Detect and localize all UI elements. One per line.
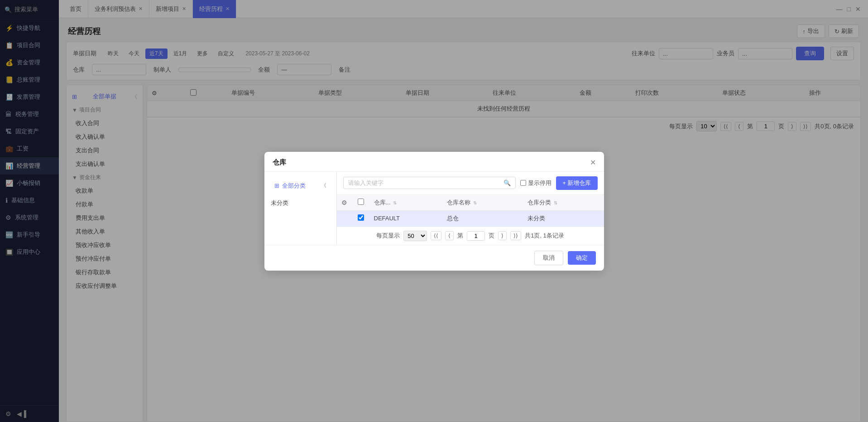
add-warehouse-button[interactable]: + 新增仓库	[556, 176, 597, 190]
uncategorized-label: 未分类	[271, 199, 288, 207]
row-cell-settings	[337, 210, 353, 226]
search-input[interactable]	[348, 179, 501, 186]
all-category-label: 全部分类	[282, 182, 306, 190]
all-category-icon: ⊞	[274, 182, 279, 189]
dialog-sidebar-all-category[interactable]: ⊞ 全部分类	[268, 178, 312, 194]
dialog-pagination: 每页显示 50 20 100 ⟨⟨ ⟨ 第 页 ⟩ ⟩⟩ 共1页, 1条记录	[337, 227, 604, 245]
dialog-body: ⊞ 全部分类 《 未分类 🔍	[264, 172, 604, 245]
dialog-page-suffix: 页	[489, 232, 494, 240]
dialog-col-code: 仓库... ⇅	[369, 195, 442, 211]
confirm-button[interactable]: 确定	[568, 251, 596, 265]
dialog-actions: 取消 确定	[264, 245, 604, 271]
dialog-gear-btn[interactable]: ⚙	[341, 199, 347, 206]
cancel-button[interactable]: 取消	[534, 251, 563, 265]
row-cell-checkbox[interactable]	[353, 210, 369, 226]
dialog-page-input[interactable]	[467, 231, 485, 241]
dialog-col-name: 仓库名称 ⇅	[442, 195, 523, 211]
row-checkbox[interactable]	[358, 214, 364, 221]
dialog-title: 仓库	[273, 158, 286, 167]
dialog-sidebar-uncategorized[interactable]: 未分类	[264, 195, 336, 211]
dialog-select-all[interactable]	[358, 199, 364, 205]
dialog-page-last[interactable]: ⟩⟩	[510, 231, 521, 240]
show-disabled-text: 显示停用	[528, 179, 551, 187]
search-icon: 🔍	[504, 179, 511, 186]
dialog-col-checkbox[interactable]	[353, 195, 369, 211]
dialog-table-row[interactable]: DEFAULT 总仓 未分类	[337, 210, 604, 226]
row-cell-name: 总仓	[442, 210, 523, 226]
dialog-header: 仓库 ✕	[264, 152, 604, 172]
dialog-per-page-select[interactable]: 50 20 100	[403, 231, 427, 241]
row-cell-code: DEFAULT	[369, 210, 442, 226]
dialog-page-next[interactable]: ⟩	[498, 231, 507, 240]
show-disabled-checkbox[interactable]	[520, 180, 526, 186]
warehouse-dialog: 仓库 ✕ ⊞ 全部分类 《 未分类	[264, 152, 604, 271]
dialog-table-wrap: ⚙ 仓库... ⇅ 仓库名称 ⇅	[337, 195, 604, 227]
dialog-sidebar-collapse-btn[interactable]: 《	[315, 180, 333, 191]
dialog-page-prev[interactable]: ⟨	[445, 231, 454, 240]
dialog-main: 🔍 显示停用 + 新增仓库 ⚙	[337, 172, 604, 245]
dialog-sidebar: ⊞ 全部分类 《 未分类	[264, 172, 337, 245]
dialog-page-label: 第	[457, 232, 463, 240]
show-disabled-label[interactable]: 显示停用	[520, 179, 551, 187]
dialog-close-button[interactable]: ✕	[590, 158, 596, 167]
dialog-page-first[interactable]: ⟨⟨	[431, 231, 441, 240]
dialog-table: ⚙ 仓库... ⇅ 仓库名称 ⇅	[337, 195, 604, 227]
dialog-col-category: 仓库分类 ⇅	[523, 195, 604, 211]
dialog-total-info: 共1页, 1条记录	[525, 232, 564, 240]
dialog-per-page-label: 每页显示	[376, 232, 400, 240]
modal-overlay[interactable]: 仓库 ✕ ⊞ 全部分类 《 未分类	[0, 0, 868, 422]
dialog-search-box[interactable]: 🔍	[343, 177, 516, 189]
row-cell-category: 未分类	[523, 210, 604, 226]
dialog-col-settings[interactable]: ⚙	[337, 195, 353, 211]
dialog-toolbar: 🔍 显示停用 + 新增仓库	[337, 172, 604, 195]
